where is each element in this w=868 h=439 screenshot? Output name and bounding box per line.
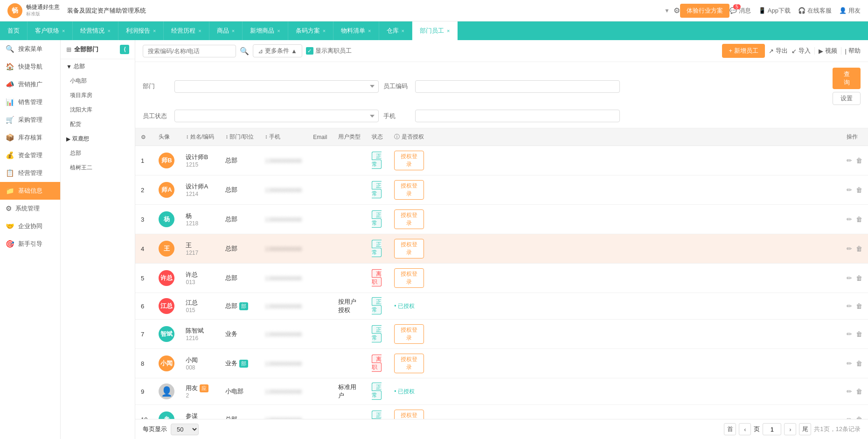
next-page-btn[interactable]: › <box>784 423 796 435</box>
tab-history[interactable]: 经营历程 × <box>164 21 209 40</box>
last-page-btn[interactable]: 尾 <box>799 423 811 435</box>
sidebar-item-purchase[interactable]: 🛒 采购管理 <box>0 111 60 129</box>
close-tab-goods[interactable]: × <box>232 28 235 34</box>
tab-barcode[interactable]: 条码方案 × <box>288 21 333 40</box>
delete-icon[interactable]: 🗑 <box>856 274 862 282</box>
sidebar-item-search[interactable]: 🔍 搜索菜单 <box>0 40 60 58</box>
sidebar-item-inventory[interactable]: 📦 库存核算 <box>0 129 60 146</box>
edit-icon[interactable]: ✏ <box>847 302 852 310</box>
delete-icon[interactable]: 🗑 <box>856 157 862 164</box>
close-tab-history[interactable]: × <box>198 28 201 34</box>
status-filter-select[interactable] <box>174 110 379 122</box>
col-phone[interactable]: ↕ 手机 <box>259 128 308 146</box>
auth-login-btn[interactable]: 授权登录 <box>394 324 424 344</box>
query-button[interactable]: 查询 <box>833 68 861 89</box>
reset-button[interactable]: 设置 <box>833 92 861 105</box>
col-settings[interactable]: ⚙ <box>135 128 153 146</box>
delete-icon[interactable]: 🗑 <box>856 302 862 310</box>
tab-new-goods[interactable]: 新增商品 × <box>243 21 288 40</box>
edit-icon[interactable]: ✏ <box>847 186 852 194</box>
sidebar-item-basic[interactable]: 📁 基础信息 <box>0 182 60 200</box>
page-input[interactable] <box>763 423 781 435</box>
sidebar-item-sales[interactable]: 📊 销售管理 <box>0 93 60 111</box>
online-service-btn[interactable]: 🎧 在线客服 <box>798 7 832 15</box>
sidebar-item-management[interactable]: 📋 经营管理 <box>0 164 60 182</box>
delete-icon[interactable]: 🗑 <box>856 216 862 223</box>
user-btn[interactable]: 👤 用友 <box>839 7 861 15</box>
messages-btn[interactable]: 💬 5 消息 <box>729 7 751 15</box>
more-filter-btn[interactable]: ⊿ 更多条件 ▲ <box>253 44 302 57</box>
prev-page-btn[interactable]: ‹ <box>739 423 751 435</box>
edit-icon[interactable]: ✏ <box>847 360 852 367</box>
sidebar-item-marketing[interactable]: 📣 营销推广 <box>0 76 60 93</box>
import-btn[interactable]: ↙ 导入 <box>792 47 811 55</box>
show-resigned-toggle[interactable]: ✓ 显示离职员工 <box>306 47 352 55</box>
tab-bom[interactable]: 物料清单 × <box>333 21 379 40</box>
add-employee-button[interactable]: + 新增员工 <box>722 44 764 58</box>
close-tab-bom[interactable]: × <box>368 28 371 34</box>
sidebar-item-system[interactable]: ⚙ 系统管理 <box>0 200 60 217</box>
delete-icon[interactable]: 🗑 <box>856 388 862 395</box>
app-download-btn[interactable]: 📱 App下载 <box>758 7 791 15</box>
help-btn[interactable]: | 帮助 <box>845 47 861 55</box>
sidebar-item-guide[interactable]: 🎯 新手引导 <box>0 235 60 253</box>
first-page-btn[interactable]: 首 <box>724 423 736 435</box>
auth-login-btn[interactable]: 授权登录 <box>394 180 424 200</box>
col-name[interactable]: ↕ 姓名/编码 <box>180 128 220 146</box>
delete-icon[interactable]: 🗑 <box>856 360 862 367</box>
dept-filter-select[interactable] <box>174 80 379 93</box>
dept-item-zongbu-parent[interactable]: ▼ 总部 <box>61 59 135 74</box>
delete-icon[interactable]: 🗑 <box>856 245 862 252</box>
trial-button[interactable]: 体验行业方案 <box>680 4 729 18</box>
delete-icon[interactable]: 🗑 <box>856 416 862 419</box>
tab-operation[interactable]: 经营情况 × <box>73 21 118 40</box>
auth-login-btn[interactable]: 授权登录 <box>394 268 424 288</box>
edit-icon[interactable]: ✏ <box>847 416 852 419</box>
auth-login-btn[interactable]: 授权登录 <box>394 209 424 229</box>
close-tab-warehouse[interactable]: × <box>402 28 404 34</box>
sidebar-item-nav[interactable]: 🏠 快捷导航 <box>0 58 60 76</box>
edit-icon[interactable]: ✏ <box>847 245 852 252</box>
dept-item-zongbu2[interactable]: 总部 <box>61 146 135 160</box>
close-tab-profit[interactable]: × <box>153 28 156 34</box>
delete-icon[interactable]: 🗑 <box>856 330 862 338</box>
search-button[interactable]: 🔍 <box>240 47 249 56</box>
edit-icon[interactable]: ✏ <box>847 274 852 282</box>
dept-item-zhishu[interactable]: 植树王二 <box>61 160 135 175</box>
search-input[interactable] <box>143 45 236 57</box>
close-tab-barcode[interactable]: × <box>323 28 326 34</box>
gear-icon[interactable]: ⚙ <box>674 6 680 15</box>
auth-login-btn[interactable]: 授权登录 <box>394 410 424 419</box>
dept-item-project[interactable]: 项目库房 <box>61 88 135 103</box>
close-tab-new-goods[interactable]: × <box>277 28 280 34</box>
view-btn[interactable]: ▶ 视频 <box>819 47 837 55</box>
edit-icon[interactable]: ✏ <box>847 330 852 338</box>
delete-icon[interactable]: 🗑 <box>856 186 862 194</box>
phone-filter-input[interactable] <box>415 110 619 122</box>
sidebar-item-finance[interactable]: 💰 资金管理 <box>0 146 60 164</box>
close-tab-employee[interactable]: × <box>447 28 450 34</box>
dept-item-shenyang[interactable]: 沈阳大库 <box>61 103 135 117</box>
dept-item-peihuo[interactable]: 配货 <box>61 117 135 132</box>
tab-warehouse[interactable]: 仓库 × <box>379 21 412 40</box>
col-dept[interactable]: ↕ 部门/职位 <box>220 128 259 146</box>
dept-collapse-btn[interactable]: ⟨ <box>120 45 129 54</box>
close-tab-customer[interactable]: × <box>62 28 65 34</box>
auth-login-btn[interactable]: 授权登录 <box>394 151 424 170</box>
edit-icon[interactable]: ✏ <box>847 388 852 395</box>
edit-icon[interactable]: ✏ <box>847 157 852 164</box>
auth-login-btn[interactable]: 授权登录 <box>394 354 424 373</box>
dept-item-shuangluxiang[interactable]: ▶ 双鹿想 <box>61 132 135 146</box>
system-dropdown-btn[interactable]: ▼ <box>664 7 670 14</box>
auth-login-btn[interactable]: 授权登录 <box>394 239 424 258</box>
resigned-checkbox[interactable]: ✓ <box>306 47 313 55</box>
sidebar-item-collab[interactable]: 🤝 企业协同 <box>0 217 60 235</box>
tab-customer[interactable]: 客户联络 × <box>28 21 73 40</box>
page-size-select[interactable]: 50 100 200 <box>171 424 199 435</box>
close-tab-operation[interactable]: × <box>107 28 110 34</box>
dept-item-xiaodian[interactable]: 小电部 <box>61 74 135 88</box>
empcode-filter-input[interactable] <box>415 80 619 93</box>
tab-goods[interactable]: 商品 × <box>209 21 243 40</box>
tab-home[interactable]: 首页 <box>0 21 28 40</box>
export-btn[interactable]: ↗ 导出 <box>769 47 788 55</box>
